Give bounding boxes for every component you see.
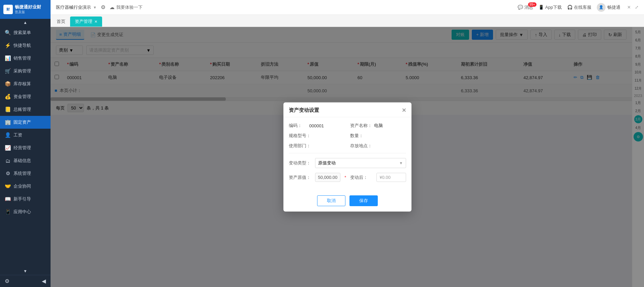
settings-bottom-icon[interactable]: ⚙	[5, 278, 9, 284]
sidebar-item-purchase[interactable]: 🛒 采购管理	[0, 65, 51, 77]
sidebar: 财 畅捷通好业财 普及版 ▲ 🔍 搜索菜单 ⚡ 快捷导航 📊 销售管理 🛒 采购…	[0, 0, 51, 287]
original-value-label: 资产原值：	[289, 174, 312, 181]
sidebar-nav: 🔍 搜索菜单 ⚡ 快捷导航 📊 销售管理 🛒 采购管理 📦 库存核算 💰 资金管…	[0, 26, 51, 267]
sidebar-item-salary[interactable]: 👤 工资	[0, 129, 51, 141]
person-icon: 👤	[5, 132, 11, 138]
after-label: 变动后：	[350, 174, 374, 181]
sidebar-item-apps[interactable]: 📱 应用中心	[0, 205, 51, 218]
app-download-label: App下载	[545, 4, 562, 10]
dialog-spec-field: 规格型号：	[289, 133, 345, 139]
dialog-overlay: 资产变动设置 ✕ 编码： 000001 资产名称： 电脑	[51, 27, 644, 287]
sidebar-scroll-up[interactable]: ▲	[0, 19, 51, 26]
window-expand-icon[interactable]: ⤢	[635, 5, 639, 10]
company-selector[interactable]: 医疗器械行业演示 ▼	[56, 4, 97, 10]
sidebar-item-label: 固定资产	[13, 119, 31, 125]
sidebar-item-collab[interactable]: 🤝 企业协同	[0, 180, 51, 193]
sidebar-item-ledger[interactable]: 📒 总账管理	[0, 103, 51, 116]
download-icon: 📱	[539, 5, 544, 10]
sidebar-item-label: 总账管理	[13, 106, 31, 113]
sidebar-item-quicknav[interactable]: ⚡ 快捷导航	[0, 39, 51, 52]
topbar-settings-icon[interactable]: ⚙	[101, 4, 105, 10]
asset-name-label: 资产名称：	[350, 123, 372, 129]
dialog-footer: 取消 保存	[283, 192, 411, 212]
cancel-button[interactable]: 取消	[317, 195, 345, 206]
app-logo: 财 畅捷通好业财 普及版	[0, 0, 51, 19]
sidebar-item-base[interactable]: 🗂 基础信息	[0, 154, 51, 167]
user-name: 畅捷通	[607, 4, 620, 10]
trending-icon: 📈	[5, 145, 11, 151]
dialog-asset-name-field: 资产名称： 电脑	[350, 123, 406, 129]
main-area: 医疗器械行业演示 ▼ ⚙ ☁ 我要体验一下 💬 消息 99+ 📱 App下载 🎧…	[51, 0, 644, 287]
experience-text: 我要体验一下	[116, 4, 143, 10]
box-icon: 📦	[5, 81, 11, 87]
cloud-icon: ☁	[110, 4, 115, 10]
after-value-input[interactable]: ¥0.00	[376, 173, 406, 182]
sidebar-item-guide[interactable]: 📖 新手引导	[0, 193, 51, 205]
sidebar-item-label: 快捷导航	[13, 42, 31, 49]
change-type-value: 原值变动	[318, 160, 399, 166]
code-value: 000001	[309, 123, 324, 128]
sidebar-item-fixedasset[interactable]: 🏢 固定资产	[0, 116, 51, 129]
value-row: 资产原值： 50,000.00 * 变动后： ¥0.00	[289, 173, 406, 182]
sidebar-item-sales[interactable]: 📊 销售管理	[0, 52, 51, 65]
collapse-icon[interactable]: ◀	[42, 278, 46, 284]
sidebar-item-label: 资金管理	[13, 94, 31, 100]
asset-name-value: 电脑	[374, 123, 383, 129]
sidebar-item-operation[interactable]: 📈 经营管理	[0, 141, 51, 154]
sidebar-item-inventory[interactable]: 📦 库存核算	[0, 77, 51, 90]
app-name: 畅捷通好业财	[15, 4, 41, 10]
after-placeholder: ¥0.00	[379, 175, 403, 180]
spec-label: 规格型号：	[289, 133, 311, 139]
tabbar: 首页 资产管理 ✕	[51, 15, 644, 27]
sidebar-item-label: 工资	[13, 132, 22, 138]
original-value-display: 50,000.00	[315, 173, 341, 182]
sidebar-item-capital[interactable]: 💰 资金管理	[0, 90, 51, 103]
book-icon: 📒	[5, 106, 11, 113]
change-type-row: 变动类型： 原值变动 ▼	[289, 158, 406, 168]
online-service-label: 在线客服	[574, 4, 591, 10]
sidebar-item-label: 经营管理	[13, 145, 31, 151]
dialog-code-field: 编码： 000001	[289, 123, 345, 129]
sidebar-item-search[interactable]: 🔍 搜索菜单	[0, 26, 51, 39]
dialog-dept-field: 使用部门：	[289, 143, 345, 149]
sidebar-item-label: 库存核算	[13, 81, 31, 87]
sidebar-item-label: 基础信息	[13, 158, 31, 164]
tab-asset-label: 资产管理	[75, 19, 92, 25]
dialog-divider	[289, 153, 406, 153]
message-btn[interactable]: 💬 消息 99+	[518, 4, 533, 10]
avatar: 👤	[597, 3, 606, 12]
guide-icon: 📖	[5, 196, 11, 202]
sidebar-item-label: 新手引导	[13, 196, 31, 202]
app-download-btn[interactable]: 📱 App下载	[539, 4, 562, 10]
topbar: 医疗器械行业演示 ▼ ⚙ ☁ 我要体验一下 💬 消息 99+ 📱 App下载 🎧…	[51, 0, 644, 15]
content-area: ≡ 资产明细 📄 变更生成凭证 对账 + 新增 批量操作 ▼ ↑	[51, 27, 644, 287]
search-icon: 🔍	[5, 30, 11, 36]
code-label: 编码：	[289, 123, 307, 129]
message-icon: 💬	[518, 5, 523, 10]
dialog-info-row-3: 使用部门： 存放地点：	[289, 143, 406, 149]
required-star: *	[344, 175, 346, 180]
dialog-header: 资产变动设置 ✕	[283, 102, 411, 117]
change-type-select[interactable]: 原值变动 ▼	[315, 158, 406, 168]
dialog-close-button[interactable]: ✕	[402, 107, 406, 114]
dialog-location-field: 存放地点：	[350, 143, 406, 149]
sidebar-item-label: 采购管理	[13, 68, 31, 74]
quantity-label: 数量：	[350, 133, 369, 139]
logo-icon: 财	[3, 5, 13, 14]
sidebar-scroll-down[interactable]: ▼	[0, 267, 51, 275]
experience-btn[interactable]: ☁ 我要体验一下	[110, 4, 143, 10]
window-close-icon[interactable]: ✕	[627, 5, 631, 10]
online-service-btn[interactable]: 🎧 在线客服	[567, 4, 591, 10]
chart-icon: 📊	[5, 55, 11, 61]
original-value: 50,000.00	[318, 175, 338, 180]
tab-close-icon[interactable]: ✕	[94, 20, 97, 24]
dialog-info-row-1: 编码： 000001 资产名称： 电脑	[289, 123, 406, 129]
tab-asset[interactable]: 资产管理 ✕	[70, 17, 102, 27]
save-button[interactable]: 保存	[349, 195, 378, 206]
sidebar-item-system[interactable]: ⚙ 系统管理	[0, 167, 51, 180]
tab-home[interactable]: 首页	[52, 17, 70, 27]
dept-label: 使用部门：	[289, 143, 311, 149]
headset-icon: 🎧	[567, 5, 573, 10]
sidebar-item-label: 搜索菜单	[13, 30, 31, 36]
user-menu[interactable]: 👤 畅捷通	[597, 3, 620, 12]
